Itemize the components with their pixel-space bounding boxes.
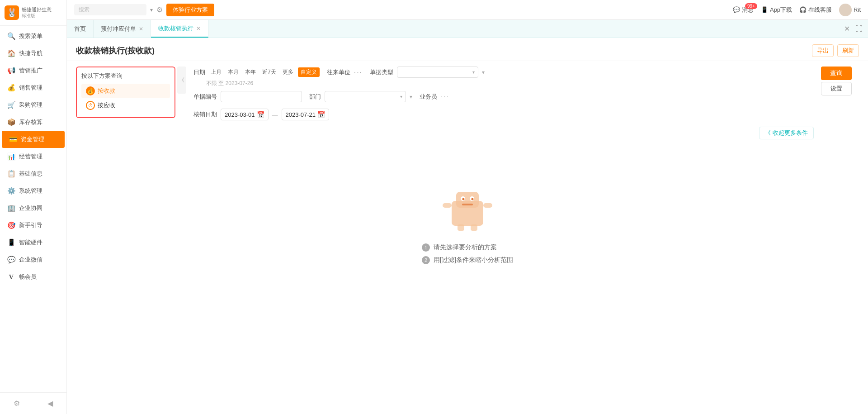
department-select[interactable] <box>325 91 406 102</box>
sidebar-item-newbie[interactable]: 🎯 新手引导 <box>0 217 66 234</box>
this-year-btn[interactable]: 本年 <box>243 67 258 77</box>
salesman-dots-icon[interactable]: ··· <box>441 93 449 101</box>
sidebar-item-operation[interactable]: 📊 经营管理 <box>0 148 66 165</box>
top-header: 搜索 ▾ ⚙ 体验行业方案 💬 消息 99+ 📱 App下载 🎧 在线客服 Ri <box>67 0 868 20</box>
filter-option-by-collection[interactable]: 💰 按收款 <box>81 84 170 98</box>
online-service-button[interactable]: 🎧 在线客服 <box>799 6 832 14</box>
filter-scheme-box: 按以下方案查询 💰 按收款 ⏱ 按应收 <box>76 67 175 118</box>
system-icon: ⚙️ <box>7 187 15 195</box>
tab-prepay-close-icon[interactable]: ✕ <box>139 26 143 32</box>
sidebar-item-label-wechat: 企业微信 <box>19 256 42 264</box>
counterpart-field: 往来单位 ··· <box>327 68 363 76</box>
member-icon: V <box>7 273 15 281</box>
voucher-no-input[interactable] <box>221 91 302 102</box>
sidebar-item-hardware[interactable]: 📱 智能硬件 <box>0 234 66 251</box>
user-profile[interactable]: Rit <box>839 4 861 16</box>
tab-prepay[interactable]: 预付冲应付单 ✕ <box>94 20 151 38</box>
writeoff-date-label: 核销日期 <box>193 110 217 119</box>
newbie-icon: 🎯 <box>7 221 15 229</box>
tab-home[interactable]: 首页 <box>67 20 94 38</box>
by-collection-icon: 💰 <box>86 86 95 95</box>
message-button[interactable]: 💬 消息 99+ <box>733 6 754 14</box>
filter-option-by-receivable[interactable]: ⏱ 按应收 <box>81 98 170 113</box>
svg-rect-7 <box>443 203 452 208</box>
sidebar-item-system[interactable]: ⚙️ 系统管理 <box>0 182 66 200</box>
tab-prepay-label: 预付冲应付单 <box>101 25 136 33</box>
message-badge: 99+ <box>745 3 757 9</box>
online-service-label: 在线客服 <box>808 6 832 14</box>
sidebar-item-marketing[interactable]: 📢 营销推广 <box>0 62 66 79</box>
voucher-type-label: 单据类型 <box>370 68 393 76</box>
empty-tip-1: 1 请先选择要分析的方案 <box>422 243 513 252</box>
collapse-left-panel-button[interactable]: 《 <box>177 67 186 94</box>
writeoff-start-date[interactable]: 2023-03-01 📅 <box>221 109 269 120</box>
filter-panel-title: 按以下方案查询 <box>81 72 170 80</box>
sidebar-item-sales[interactable]: 💰 销售管理 <box>0 79 66 96</box>
export-button[interactable]: 导出 <box>812 44 834 57</box>
empty-tip-2: 2 用[过滤]条件来缩小分析范围 <box>422 256 513 264</box>
writeoff-start-calendar-icon[interactable]: 📅 <box>257 111 264 118</box>
by-collection-label: 按收款 <box>98 87 115 95</box>
close-tab-icon[interactable]: ✕ <box>842 23 852 35</box>
dropdown-chevron-icon[interactable]: ▾ <box>150 7 153 13</box>
last-7-days-btn[interactable]: 近7天 <box>260 67 278 77</box>
sidebar-item-quicknav[interactable]: 🏠 快捷导航 <box>0 45 66 62</box>
writeoff-end-calendar-icon[interactable]: 📅 <box>317 111 325 118</box>
last-month-btn[interactable]: 上月 <box>209 67 223 77</box>
this-month-btn[interactable]: 本月 <box>226 67 241 77</box>
message-icon: 💬 <box>733 6 740 13</box>
date-label: 日期 <box>193 68 205 76</box>
voucher-type-chevron-icon: ▾ <box>482 69 485 76</box>
sidebar-item-label-quicknav: 快捷导航 <box>19 49 42 57</box>
custom-date-btn[interactable]: 自定义 <box>298 67 320 77</box>
collapse-more-button[interactable]: 《 收起更多条件 <box>759 127 814 139</box>
settings-icon[interactable]: ⚙ <box>11 396 23 410</box>
filter-row-2: 单据编号 部门 ▾ <box>193 91 814 102</box>
sidebar-item-finance[interactable]: 💳 资金管理 <box>2 131 65 148</box>
date-unlimited-text: 不限 至 2023-07-26 <box>206 80 814 87</box>
counterpart-dots-icon[interactable]: ··· <box>354 68 363 76</box>
sidebar-item-label-marketing: 营销推广 <box>19 67 42 75</box>
sidebar-item-basicinfo[interactable]: 📋 基础信息 <box>0 165 66 182</box>
counterpart-label: 往来单位 <box>327 68 350 76</box>
filter-form: 日期 上月 本月 本年 近7天 更多 自定义 <box>186 67 859 146</box>
sidebar-item-label-finance: 资金管理 <box>21 135 44 143</box>
collapse-sidebar-icon[interactable]: ◀ <box>45 396 56 410</box>
sales-icon: 💰 <box>7 84 15 92</box>
maximize-icon[interactable]: ⛶ <box>854 23 864 35</box>
sidebar-nav: 🔍 搜索菜单 🏠 快捷导航 📢 营销推广 💰 销售管理 🛒 采购管理 📦 库存核… <box>0 26 66 392</box>
finance-icon: 💳 <box>9 135 17 143</box>
sidebar-item-label-purchase: 采购管理 <box>19 101 42 109</box>
empty-icon-area <box>440 187 495 233</box>
industry-solution-button[interactable]: 体验行业方案 <box>166 4 214 16</box>
voucher-type-select[interactable] <box>397 67 478 78</box>
sidebar-item-enterprise[interactable]: 🏢 企业协同 <box>0 200 66 217</box>
app-edition: 标准版 <box>22 13 52 19</box>
app-download-button[interactable]: 📱 App下载 <box>761 6 792 14</box>
more-btn[interactable]: 更多 <box>281 67 295 77</box>
svg-rect-10 <box>471 224 477 231</box>
filter-left-panel: 按以下方案查询 💰 按收款 ⏱ 按应收 <box>76 67 175 146</box>
sidebar-item-member[interactable]: V 畅会员 <box>0 268 66 286</box>
date-separator: — <box>272 111 278 118</box>
sidebar-item-purchase[interactable]: 🛒 采购管理 <box>0 96 66 114</box>
sidebar-item-wechat[interactable]: 💬 企业微信 <box>0 251 66 268</box>
query-button[interactable]: 查询 <box>821 67 852 80</box>
header-gear-icon[interactable]: ⚙ <box>156 5 163 14</box>
tab-home-label: 首页 <box>74 25 86 33</box>
header-right: 💬 消息 99+ 📱 App下载 🎧 在线客服 Rit <box>733 4 861 16</box>
writeoff-end-date[interactable]: 2023-07-21 📅 <box>282 109 330 120</box>
writeoff-date-field: 核销日期 2023-03-01 📅 — 2023-07-21 📅 <box>193 109 329 120</box>
sidebar-item-inventory[interactable]: 📦 库存核算 <box>0 114 66 131</box>
refresh-button[interactable]: 刷新 <box>837 44 859 57</box>
tab-collection-close-icon[interactable]: ✕ <box>196 25 201 32</box>
tab-collection[interactable]: 收款核销执行 ✕ <box>151 20 208 38</box>
collapse-more-label: 收起更多条件 <box>773 129 808 137</box>
setting-button[interactable]: 设置 <box>821 82 852 95</box>
tip-text-1: 请先选择要分析的方案 <box>434 243 497 252</box>
page-actions: 导出 刷新 <box>812 44 859 57</box>
sidebar-item-search[interactable]: 🔍 搜索菜单 <box>0 28 66 45</box>
operation-icon: 📊 <box>7 152 15 161</box>
department-chevron-icon: ▾ <box>410 94 412 100</box>
header-left: 搜索 ▾ ⚙ 体验行业方案 <box>74 4 214 16</box>
